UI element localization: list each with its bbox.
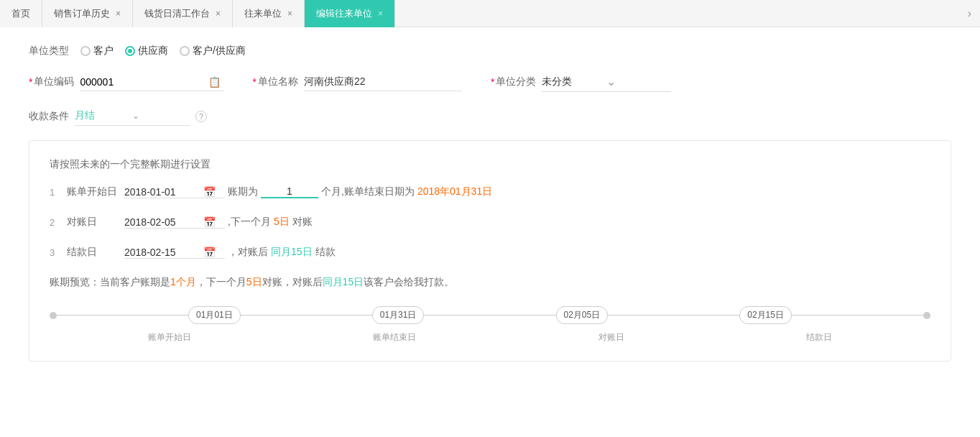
- payment-row: 收款条件 月结 ⌄ ?: [29, 106, 951, 126]
- setting-row-2: 2 对账日 📅 ,下一个月5日 对账: [50, 216, 930, 229]
- required-star-classify: *: [491, 76, 494, 88]
- tab-sales-history[interactable]: 销售订单历史×: [42, 0, 133, 27]
- tab-cashflow[interactable]: 钱货日清工作台×: [133, 0, 233, 27]
- payment-field: 收款条件 月结 ⌄ ?: [29, 106, 207, 126]
- tab-close-cashflow[interactable]: ×: [216, 9, 221, 19]
- timeline-node-1: 01月01日: [188, 306, 241, 324]
- card-hint: 请按照未来的一个完整帐期进行设置: [50, 158, 930, 171]
- unit-name-label: 单位名称: [258, 75, 298, 88]
- timeline-spacer-2: [241, 315, 372, 316]
- radio-group-unit-type: 客户 供应商 客户/供应商: [80, 45, 246, 58]
- reconcile-date-input[interactable]: [124, 216, 203, 228]
- unit-info-row: * 单位编码 📋 * 单位名称 * 单位分类 未分类 ⌄: [29, 72, 951, 92]
- radio-label-supplier: 供应商: [138, 45, 168, 58]
- start-date-input-wrap: 📅: [124, 186, 225, 198]
- timeline-spacer-5: [792, 315, 923, 316]
- timeline-label-row: 账单开始日 账单结束日 对账日 结款日: [57, 327, 923, 344]
- payment-arrow-icon: ⌄: [132, 111, 190, 121]
- timeline-badge-3: 02月05日: [556, 306, 609, 324]
- tab-home[interactable]: 首页: [0, 0, 42, 27]
- unit-code-icon[interactable]: 📋: [205, 76, 223, 88]
- unit-code-input-wrap: 📋: [80, 73, 223, 91]
- period-label-pre: 账期为: [228, 185, 258, 198]
- preview-suffix: 该客户会给我打款。: [364, 276, 454, 288]
- tab-close-partner[interactable]: ×: [287, 9, 292, 19]
- tab-more-button[interactable]: ›: [959, 7, 980, 20]
- timeline-node-4: 02月15日: [739, 306, 792, 324]
- row-label-2: 对账日: [67, 216, 124, 229]
- tab-close-sales-history[interactable]: ×: [116, 9, 121, 19]
- payment-date-input[interactable]: [124, 247, 203, 258]
- unit-type-row: 单位类型 客户 供应商 客户/供应商: [29, 45, 951, 58]
- unit-name-input[interactable]: [304, 73, 462, 91]
- start-date-input[interactable]: [124, 186, 203, 198]
- payment-suffix-post: 结款: [315, 246, 336, 259]
- setting-row-3: 3 结款日 📅 ，对账后同月15日 结款: [50, 246, 930, 259]
- timeline-label-3: 对账日: [598, 331, 624, 344]
- period-label-post: 个月,账单结束日期为: [321, 185, 415, 198]
- timeline-container: 01月01日 01月31日 02月05日 02月15日: [50, 306, 930, 344]
- row-num-2: 2: [50, 217, 67, 228]
- unit-name-field: * 单位名称: [252, 73, 461, 91]
- preview-text: 账期预览：当前客户账期是1个月，下一个月5日对账，对账后同月15日该客户会给我打…: [50, 276, 930, 289]
- preview-sep1: ，下一个月: [196, 276, 246, 288]
- reconcile-suffix-pre: ,下一个月: [228, 216, 271, 229]
- payment-date-input-wrap: 📅: [124, 247, 225, 259]
- tab-bar: 首页销售订单历史×钱货日清工作台×往来单位×编辑往来单位×›: [0, 0, 980, 27]
- radio-both[interactable]: 客户/供应商: [180, 45, 246, 58]
- preview-part1: 1个月: [170, 276, 196, 288]
- preview-sep2: 对账，对账后: [262, 276, 323, 288]
- timeline-label-2: 账单结束日: [373, 331, 416, 344]
- payment-suffix-pre: ，对账后: [228, 246, 268, 259]
- payment-value: 月结: [75, 109, 132, 122]
- unit-classify-value: 未分类: [542, 75, 606, 88]
- timeline-spacer-1: [57, 315, 188, 316]
- radio-customer[interactable]: 客户: [80, 45, 114, 58]
- radio-circle-both: [180, 46, 190, 56]
- unit-classify-field: * 单位分类 未分类 ⌄: [491, 72, 671, 92]
- timeline-labels: 账单开始日 账单结束日 对账日 结款日: [50, 327, 930, 344]
- required-star-name: *: [252, 76, 256, 88]
- setting-row-1: 1 账单开始日 📅 账期为 个月,账单结束日期为 2018年01月31日: [50, 185, 930, 198]
- reconcile-suffix-post: 对账: [292, 216, 313, 229]
- radio-circle-customer: [80, 46, 91, 56]
- timeline-node-2: 01月31日: [372, 306, 425, 324]
- row-num-1: 1: [50, 187, 67, 198]
- row-label-3: 结款日: [67, 246, 124, 259]
- reconcile-date-input-wrap: 📅: [124, 216, 225, 229]
- preview-part3: 同月15日: [323, 276, 364, 288]
- timeline-badge-4: 02月15日: [739, 306, 792, 324]
- radio-supplier[interactable]: 供应商: [125, 45, 168, 58]
- unit-type-label: 单位类型: [29, 45, 69, 58]
- tab-partner[interactable]: 往来单位×: [233, 0, 305, 27]
- timeline-track: 01月01日 01月31日 02月05日 02月15日: [50, 306, 930, 324]
- row-num-3: 3: [50, 247, 67, 258]
- unit-classify-select[interactable]: 未分类 ⌄: [542, 72, 671, 92]
- payment-select[interactable]: 月结 ⌄: [75, 106, 190, 126]
- required-star-code: *: [29, 76, 32, 88]
- unit-type-field: 单位类型 客户 供应商 客户/供应商: [29, 45, 246, 58]
- period-end-date: 2018年01月31日: [417, 185, 492, 198]
- period-value-input[interactable]: [261, 185, 318, 198]
- payment-highlight: 同月15日: [271, 246, 313, 259]
- main-content: 单位类型 客户 供应商 客户/供应商 * 单位编码: [0, 27, 980, 437]
- reconcile-date-cal-icon[interactable]: 📅: [203, 216, 216, 228]
- row-label-1: 账单开始日: [67, 185, 124, 198]
- payment-date-cal-icon[interactable]: 📅: [203, 247, 216, 258]
- start-date-cal-icon[interactable]: 📅: [203, 186, 216, 198]
- settings-card: 请按照未来的一个完整帐期进行设置 1 账单开始日 📅 账期为 个月,账单结束日期…: [29, 140, 951, 362]
- radio-circle-supplier: [125, 46, 135, 56]
- radio-label-both: 客户/供应商: [193, 45, 246, 58]
- radio-label-customer: 客户: [93, 45, 114, 58]
- timeline-spacer-4: [608, 315, 739, 316]
- timeline-label-1: 账单开始日: [148, 331, 191, 344]
- unit-code-field: * 单位编码 📋: [29, 73, 223, 91]
- timeline-spacer-3: [424, 315, 555, 316]
- timeline-label-4: 结款日: [806, 331, 832, 344]
- tab-close-edit-partner[interactable]: ×: [378, 9, 383, 19]
- payment-help-icon[interactable]: ?: [195, 111, 207, 122]
- tab-edit-partner[interactable]: 编辑往来单位×: [305, 0, 395, 27]
- timeline-badge-1: 01月01日: [188, 306, 241, 324]
- reconcile-highlight: 5日: [274, 216, 290, 229]
- unit-code-input[interactable]: [80, 73, 205, 91]
